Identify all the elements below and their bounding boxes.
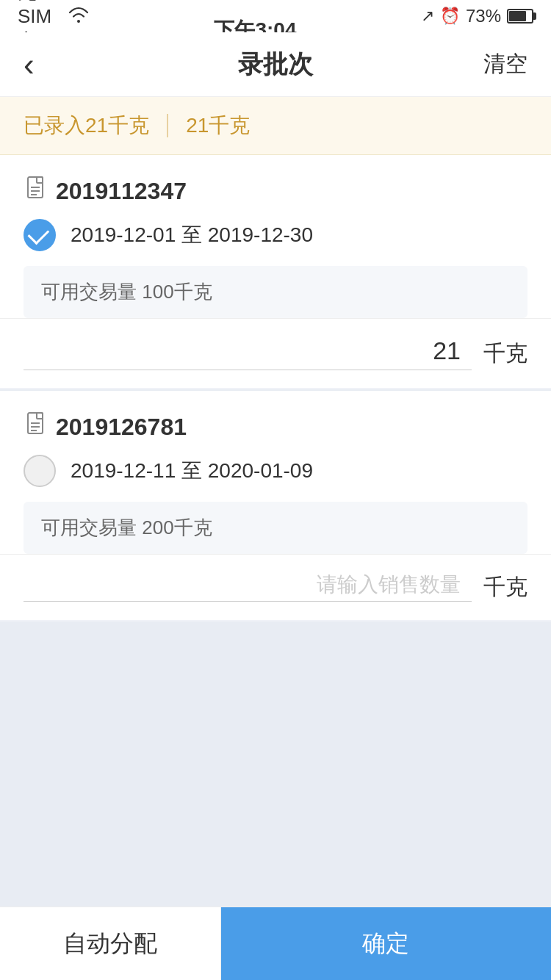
content-area: 已录入21千克 21千克 2019112347 bbox=[0, 97, 551, 980]
batch-checkbox-2[interactable] bbox=[24, 455, 56, 487]
batch-card-1: 2019112347 2019-12-01 至 2019-12-30 可用交易量… bbox=[0, 155, 551, 388]
recorded-label: 已录入21千克 bbox=[24, 112, 149, 140]
batch-number-row-1: 2019112347 bbox=[24, 176, 527, 207]
back-button[interactable]: ‹ bbox=[24, 48, 35, 81]
page-title: 录批次 bbox=[238, 48, 313, 82]
qty-unit-2: 千克 bbox=[483, 572, 527, 602]
batch-id-1: 2019112347 bbox=[56, 178, 187, 205]
qty-input-2[interactable] bbox=[251, 573, 472, 597]
batch-card-2: 2019126781 2019-12-11 至 2020-01-09 可用交易量… bbox=[0, 391, 551, 620]
avail-box-1: 可用交易量 100千克 bbox=[24, 266, 527, 318]
batch-number-row-2: 2019126781 bbox=[24, 411, 527, 443]
alarm-icon: ⏰ bbox=[440, 7, 460, 26]
summary-divider bbox=[167, 114, 168, 137]
batch-date-range-1: 2019-12-01 至 2019-12-30 bbox=[71, 221, 313, 249]
battery-icon bbox=[507, 9, 533, 24]
avail-label-1: 可用交易量 100千克 bbox=[41, 281, 212, 303]
total-label: 21千克 bbox=[186, 112, 250, 140]
date-row-1: 2019-12-01 至 2019-12-30 bbox=[24, 219, 527, 251]
battery-label: 73% bbox=[466, 6, 501, 26]
wifi-icon bbox=[68, 5, 90, 28]
batch-card-1-inner: 2019112347 2019-12-01 至 2019-12-30 可用交易量… bbox=[0, 155, 551, 318]
batch-date-range-2: 2019-12-11 至 2020-01-09 bbox=[71, 457, 313, 485]
qty-unit-1: 千克 bbox=[483, 339, 527, 369]
qty-underline-1 bbox=[24, 336, 472, 370]
clear-button[interactable]: 清空 bbox=[483, 49, 527, 79]
avail-box-2: 可用交易量 200千克 bbox=[24, 502, 527, 554]
avail-label-2: 可用交易量 200千克 bbox=[41, 516, 212, 538]
batch-id-2: 2019126781 bbox=[56, 414, 187, 441]
nav-bar: ‹ 录批次 清空 bbox=[0, 32, 551, 97]
batch-card-2-inner: 2019126781 2019-12-11 至 2020-01-09 可用交易量… bbox=[0, 391, 551, 554]
qty-underline-2 bbox=[24, 573, 472, 602]
auto-distribute-button[interactable]: 自动分配 bbox=[0, 907, 221, 980]
summary-banner: 已录入21千克 21千克 bbox=[0, 97, 551, 155]
status-right: ↗ ⏰ 73% bbox=[421, 6, 533, 26]
qty-row-1: 千克 bbox=[0, 318, 551, 388]
gray-area bbox=[0, 621, 551, 915]
qty-input-1[interactable] bbox=[325, 336, 472, 365]
date-row-2: 2019-12-11 至 2020-01-09 bbox=[24, 455, 527, 487]
doc-icon-1 bbox=[24, 176, 50, 207]
location-icon: ↗ bbox=[421, 7, 434, 26]
status-bar: 无 SIM 卡 下午3:04 ↗ ⏰ 73% bbox=[0, 0, 551, 32]
confirm-button[interactable]: 确定 bbox=[221, 907, 551, 980]
batch-checkbox-1[interactable] bbox=[24, 219, 56, 251]
bottom-bar: 自动分配 确定 bbox=[0, 907, 551, 980]
qty-row-2: 千克 bbox=[0, 554, 551, 620]
doc-icon-2 bbox=[24, 411, 50, 443]
